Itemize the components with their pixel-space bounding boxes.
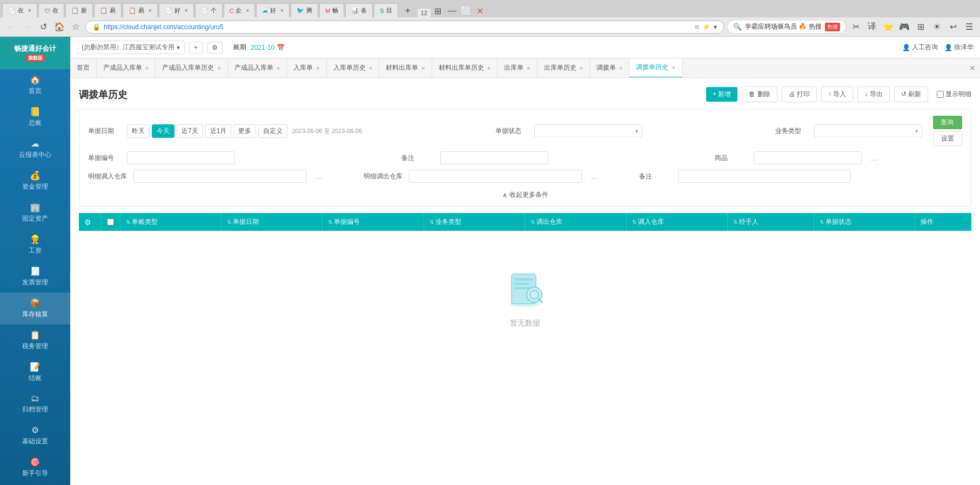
close-button[interactable]: ✕ [474,4,487,17]
refresh-button[interactable]: ↺ 刷新 [894,87,928,102]
tab-close-icon[interactable]: × [527,65,530,71]
browser-tab-1[interactable]: 📄 在 × [2,3,37,17]
page-tab-4[interactable]: 入库单 × [287,58,326,78]
browser-tab-9[interactable]: ☁ 好 × [256,3,290,17]
dropdown-icon[interactable]: ▾ [714,23,717,31]
sidebar-item-guide[interactable]: 🎯 新手引导 [0,451,70,483]
today-btn[interactable]: 今天 [152,124,174,138]
status-select[interactable] [534,124,642,137]
sun-button[interactable]: ☀ [930,21,943,34]
page-tab-10[interactable]: 调拨单 × [590,58,629,78]
page-tab-7[interactable]: 材料出库单历史 × [432,58,498,78]
detail-in-ellipsis-icon[interactable]: … [313,172,325,181]
browser-tab-5[interactable]: 📋 易 × [123,3,158,17]
scissors-icon[interactable]: ✂ [849,21,862,34]
address-bar[interactable]: 🔒 https://cloud.chanjet.com/accounting/u… [85,21,724,34]
tab-close-icon[interactable]: × [145,65,149,71]
sidebar-item-settings[interactable]: ⚙ 基础设置 [0,420,70,451]
tab-close-icon[interactable]: × [217,65,220,71]
sidebar-item-archive[interactable]: 🗂 归档管理 [0,388,70,420]
bookmark-button[interactable]: ☆ [69,21,82,34]
sidebar-item-report[interactable]: ☁ 云报表中心 [0,133,70,165]
detail-out-input[interactable] [409,170,582,183]
doc-no-input[interactable] [127,151,235,164]
sidebar-item-tax[interactable]: 📋 税务管理 [0,324,70,356]
goods-ellipsis-icon[interactable]: … [868,154,880,162]
th-doc-type[interactable]: 单账类型 [120,213,221,231]
th-doc-no[interactable]: 单据编号 [323,213,424,231]
detail-out-ellipsis-icon[interactable]: … [588,172,600,181]
browser-tab-10[interactable]: 🐦 腾 [291,3,318,17]
consultant-button[interactable]: 👤 人工咨询 [902,43,938,52]
tab-close-icon[interactable]: × [487,65,491,71]
tab-close-icon[interactable]: × [580,65,583,71]
browser-tab-3[interactable]: 📋 新 [65,3,93,17]
tab-close-icon[interactable]: × [246,8,249,14]
page-tab-5[interactable]: 入库单历史 × [327,58,379,78]
custom-btn[interactable]: 自定义 [258,124,287,138]
search-bar[interactable]: 🔍 学霸应聘场驱鸟员 🔥 热搜 热搜 [727,20,846,34]
biz-type-select[interactable] [814,124,922,137]
display-cols-button[interactable]: 显示明细 [937,90,971,99]
th-biz-type[interactable]: 业务类型 [424,213,525,231]
browser-tab-6[interactable]: 📄 好 × [159,3,194,17]
sidebar-item-ledger[interactable]: 📒 总账 [0,101,70,133]
page-tab-2[interactable]: 产成品入库单历史 × [156,58,227,78]
table-settings-icon[interactable]: ⚙ [84,218,91,227]
page-tab-3[interactable]: 产成品入库单 × [228,58,287,78]
sidebar-item-settle[interactable]: 📝 结账 [0,356,70,388]
th-status[interactable]: 单据状态 [814,213,915,231]
minimize-button[interactable]: — [446,4,459,17]
new-tab-button[interactable]: + [401,4,414,17]
browser-tab-4[interactable]: 📋 易 [94,3,122,17]
browser-tab-11[interactable]: M 畅 [319,3,344,17]
th-doc-no-sort[interactable]: 单据编号 [328,217,418,227]
tab-close-icon[interactable]: × [277,65,280,71]
th-doc-date-sort[interactable]: 单据日期 [227,217,317,227]
tab-close-icon[interactable]: × [280,8,284,14]
select-all-wrapper[interactable] [106,218,115,225]
th-status-sort[interactable]: 单据状态 [820,217,909,227]
tab-close-icon[interactable]: × [369,65,372,71]
sidebar-item-wage[interactable]: 👷 工资 [0,229,70,261]
tab-close-icon[interactable]: × [149,8,152,14]
delete-button[interactable]: 🗑 删除 [742,87,777,102]
tab-close-icon[interactable]: × [619,65,622,71]
menu-button[interactable]: ☰ [963,21,976,34]
company-settings-button[interactable]: ⚙ [207,42,223,54]
page-tab-8[interactable]: 出库单 × [498,58,537,78]
sidebar-item-capital[interactable]: 💰 资金管理 [0,165,70,197]
sidebar-item-home[interactable]: 🏠 首页 [0,69,70,101]
sidebar-item-inventory[interactable]: 📦 库存核算 [0,293,70,324]
th-settings[interactable]: ⚙ [79,213,100,231]
browser-tab-12[interactable]: 📊 各 [345,3,373,17]
page-tab-6[interactable]: 材料出库单 × [379,58,432,78]
display-cols-checkbox[interactable] [937,91,944,98]
export-button[interactable]: ↓ 导出 [857,87,889,102]
page-tab-9[interactable]: 出库单历史 × [538,58,590,78]
th-in-warehouse[interactable]: 调入仓库 [626,213,727,231]
browser-tab-2[interactable]: 🛡 在 [38,3,64,17]
calendar-icon[interactable]: 📅 [277,44,285,51]
th-biz-type-sort[interactable]: 业务类型 [429,217,519,227]
detail-in-input[interactable] [133,170,306,183]
browser-tab-8[interactable]: C 企 × [224,3,256,17]
more-btn[interactable]: 更多 [233,124,256,138]
yesterday-btn[interactable]: 昨天 [127,124,150,138]
tab-close-icon[interactable]: × [185,8,188,14]
sidebar-item-invoice[interactable]: 🧾 发票管理 [0,261,70,293]
refresh-button[interactable]: ↺ [37,21,50,34]
home-button[interactable]: 🏠 [53,21,66,34]
browser-tab-7[interactable]: 📄 个 [195,3,223,17]
tab-bar-close-button[interactable]: ✕ [965,64,980,72]
company-selector[interactable]: (勿删勿禁用）江西服宝测试专用 ▾ [77,41,185,54]
remark-input[interactable] [440,151,548,164]
week-btn[interactable]: 近7天 [177,124,203,138]
th-out-warehouse-sort[interactable]: 调出仓库 [531,217,620,227]
extensions-button[interactable]: ⊞ [432,4,445,17]
star-button[interactable]: ⭐ [882,21,895,34]
new-button[interactable]: + 新增 [706,87,737,102]
page-tab-11[interactable]: 调拨单历史 × [629,58,682,78]
page-tab-home[interactable]: 首页 [70,58,97,78]
page-tab-1[interactable]: 产成品入库单 × [97,58,156,78]
